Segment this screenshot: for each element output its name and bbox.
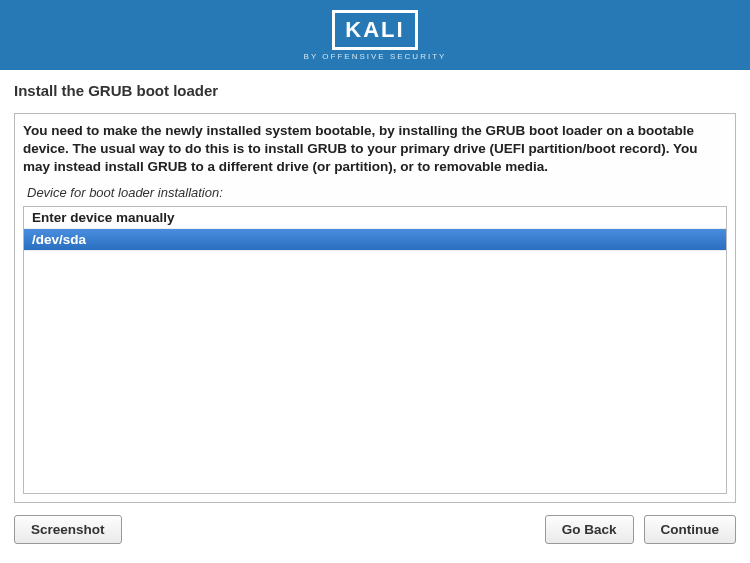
main-panel: You need to make the newly installed sys… — [14, 113, 736, 503]
page-title: Install the GRUB boot loader — [14, 82, 736, 99]
instruction-text: You need to make the newly installed sys… — [23, 122, 727, 177]
screenshot-button[interactable]: Screenshot — [14, 515, 122, 544]
footer: Screenshot Go Back Continue — [0, 503, 750, 556]
content-area: Install the GRUB boot loader You need to… — [0, 70, 750, 503]
device-list[interactable]: Enter device manually /dev/sda — [23, 206, 727, 494]
device-list-item-manual[interactable]: Enter device manually — [24, 207, 726, 229]
device-list-item-sda[interactable]: /dev/sda — [24, 229, 726, 251]
header-banner: KALI BY OFFENSIVE SECURITY — [0, 0, 750, 70]
continue-button[interactable]: Continue — [644, 515, 737, 544]
kali-logo: KALI — [332, 10, 417, 50]
footer-right: Go Back Continue — [545, 515, 736, 544]
field-label: Device for boot loader installation: — [23, 185, 727, 200]
logo-subtitle: BY OFFENSIVE SECURITY — [304, 52, 447, 61]
go-back-button[interactable]: Go Back — [545, 515, 634, 544]
